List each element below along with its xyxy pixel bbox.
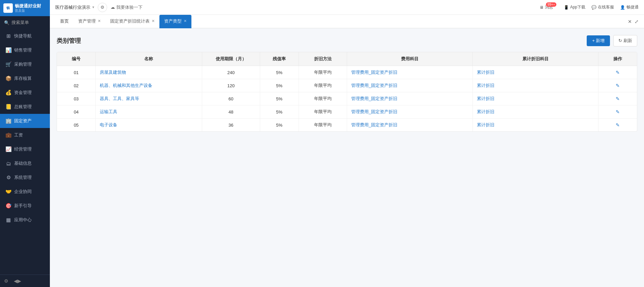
col-header-accumulated: 累计折旧科目 bbox=[472, 52, 598, 66]
page-actions: + 新增 ↻ 刷新 bbox=[587, 35, 637, 46]
cell-period: 36 bbox=[202, 119, 260, 132]
cell-name: 电子设备 bbox=[96, 119, 202, 132]
col-header-expense: 费用科目 bbox=[347, 52, 472, 66]
app-download-button[interactable]: 📱 App下载 bbox=[564, 4, 585, 10]
table-row: 01 房屋及建筑物 240 5% 年限平均 管理费用_固定资产折旧 累计折旧 ✎ bbox=[57, 66, 637, 79]
sidebar-item-operations[interactable]: 📈 经营管理 bbox=[0, 142, 50, 156]
tab-expand-icon[interactable]: ⤢ bbox=[635, 19, 639, 24]
new-button[interactable]: + 新增 bbox=[587, 35, 610, 46]
sidebar-item-purchase[interactable]: 🛒 采购管理 bbox=[0, 57, 50, 71]
topbar-settings-button[interactable]: ⚙ bbox=[98, 3, 107, 12]
ledger-icon: 📒 bbox=[5, 104, 11, 110]
col-header-residual: 残值率 bbox=[260, 52, 299, 66]
data-table-container: 编号 名称 使用期限（月） 残值率 折旧方法 费用科目 累计折旧科目 操作 01… bbox=[57, 52, 637, 132]
topbar-right: 🖥 消息 99++ 📱 App下载 💬 在线客服 👤 畅捷通 bbox=[540, 4, 639, 10]
app-center-icon: ▦ bbox=[5, 217, 11, 223]
sidebar-item-inventory[interactable]: 📦 库存核算 bbox=[0, 71, 50, 86]
cell-id: 03 bbox=[57, 92, 96, 105]
table-row: 04 运输工具 48 5% 年限平均 管理费用_固定资产折旧 累计折旧 ✎ bbox=[57, 105, 637, 119]
close-depreciation-icon[interactable]: ✕ bbox=[152, 19, 155, 23]
cell-method: 年限平均 bbox=[299, 105, 347, 119]
basic-info-icon: 🗂 bbox=[5, 161, 11, 166]
tab-asset-type[interactable]: 资产类型 ✕ bbox=[159, 15, 191, 28]
sidebar-item-capital[interactable]: 💰 资金管理 bbox=[0, 86, 50, 100]
sidebar-item-fixed-assets[interactable]: 🏢 固定资产 bbox=[0, 114, 50, 128]
message-icon: 🖥 bbox=[540, 5, 544, 10]
sidebar-item-guide[interactable]: 🎯 新手引导 bbox=[0, 199, 50, 213]
cell-expense: 管理费用_固定资产折旧 bbox=[347, 105, 472, 119]
cell-period: 60 bbox=[202, 92, 260, 105]
edit-icon[interactable]: ✎ bbox=[616, 70, 620, 75]
edit-icon[interactable]: ✎ bbox=[616, 122, 620, 128]
sidebar-item-quick-nav[interactable]: ⊞ 快捷导航 bbox=[0, 29, 50, 43]
close-asset-type-icon[interactable]: ✕ bbox=[184, 19, 187, 23]
cloud-icon: ☁ bbox=[111, 5, 115, 10]
main-area: 医疗器械行业演示 ▾ ⚙ ☁ 我要体验一下 🖥 消息 99++ 📱 App下载 bbox=[50, 0, 644, 287]
search-icon: 🔍 bbox=[4, 20, 9, 25]
col-header-name: 名称 bbox=[96, 52, 202, 66]
cell-accumulated: 累计折旧 bbox=[472, 92, 598, 105]
cell-action: ✎ bbox=[598, 79, 637, 92]
message-badge: 99++ bbox=[546, 2, 556, 7]
sidebar-item-basic-info[interactable]: 🗂 基础信息 bbox=[0, 156, 50, 170]
cell-accumulated: 累计折旧 bbox=[472, 79, 598, 92]
cell-accumulated: 累计折旧 bbox=[472, 119, 598, 132]
cell-id: 04 bbox=[57, 105, 96, 119]
edit-icon[interactable]: ✎ bbox=[616, 96, 620, 101]
cell-name: 机器、机械和其他生产设备 bbox=[96, 79, 202, 92]
tab-asset-mgmt[interactable]: 资产管理 ✕ bbox=[73, 15, 105, 28]
sidebar-item-system[interactable]: ⚙ 系统管理 bbox=[0, 170, 50, 185]
guide-icon: 🎯 bbox=[5, 203, 11, 209]
cell-period: 240 bbox=[202, 66, 260, 79]
cell-residual: 5% bbox=[260, 119, 299, 132]
table-row: 02 机器、机械和其他生产设备 120 5% 年限平均 管理费用_固定资产折旧 … bbox=[57, 79, 637, 92]
settings-bottom-icon[interactable]: ⚙ bbox=[4, 278, 8, 284]
inventory-icon: 📦 bbox=[5, 75, 11, 82]
trial-button[interactable]: ☁ 我要体验一下 bbox=[111, 4, 143, 10]
purchase-icon: 🛒 bbox=[5, 61, 11, 67]
cell-action: ✎ bbox=[598, 105, 637, 119]
refresh-button[interactable]: ↻ 刷新 bbox=[613, 35, 637, 46]
service-icon: 💬 bbox=[591, 5, 596, 10]
cell-period: 48 bbox=[202, 105, 260, 119]
sidebar-item-salary[interactable]: 💼 工资 bbox=[0, 128, 50, 142]
online-service-button[interactable]: 💬 在线客服 bbox=[591, 4, 614, 10]
collapse-icon[interactable]: ◀▶ bbox=[14, 278, 21, 284]
cell-period: 120 bbox=[202, 79, 260, 92]
cell-id: 05 bbox=[57, 119, 96, 132]
app-download-label: App下载 bbox=[570, 4, 585, 10]
cell-id: 02 bbox=[57, 79, 96, 92]
sidebar-item-enterprise[interactable]: 🤝 企业协同 bbox=[0, 185, 50, 199]
asset-type-table: 编号 名称 使用期限（月） 残值率 折旧方法 费用科目 累计折旧科目 操作 01… bbox=[57, 52, 637, 131]
tab-depreciation-table[interactable]: 固定资产折旧统计表 ✕ bbox=[105, 15, 159, 28]
page-title: 类别管理 bbox=[57, 37, 81, 45]
sidebar-item-sales[interactable]: 📊 销售管理 bbox=[0, 43, 50, 57]
tab-home[interactable]: 首页 bbox=[55, 15, 73, 28]
page-header: 类别管理 + 新增 ↻ 刷新 bbox=[57, 35, 637, 46]
app-logo: 畅 畅捷通好业财 普及版 bbox=[0, 0, 50, 16]
sidebar-item-ledger[interactable]: 📒 总账管理 bbox=[0, 100, 50, 114]
cell-name: 房屋及建筑物 bbox=[96, 66, 202, 79]
edit-icon[interactable]: ✎ bbox=[616, 83, 620, 88]
cell-accumulated: 累计折旧 bbox=[472, 66, 598, 79]
cell-id: 01 bbox=[57, 66, 96, 79]
edit-icon[interactable]: ✎ bbox=[616, 109, 620, 115]
user-avatar[interactable]: 👤 畅捷通 bbox=[620, 4, 639, 10]
cell-accumulated: 累计折旧 bbox=[472, 105, 598, 119]
cell-method: 年限平均 bbox=[299, 92, 347, 105]
company-selector[interactable]: 医疗器械行业演示 ▾ bbox=[55, 4, 94, 10]
tab-close-icon[interactable]: ✕ bbox=[628, 19, 632, 24]
logo-icon: 畅 bbox=[3, 3, 13, 13]
fixed-assets-icon: 🏢 bbox=[5, 118, 11, 124]
col-header-period: 使用期限（月） bbox=[202, 52, 260, 66]
message-button[interactable]: 🖥 消息 99++ bbox=[540, 4, 553, 10]
tabbar: 首页 资产管理 ✕ 固定资产折旧统计表 ✕ 资产类型 ✕ ✕ ⤢ bbox=[50, 15, 644, 28]
sidebar-item-app-center[interactable]: ▦ 应用中心 bbox=[0, 213, 50, 227]
search-menu[interactable]: 🔍 搜索菜单 bbox=[0, 16, 50, 29]
cell-expense: 管理费用_固定资产折旧 bbox=[347, 79, 472, 92]
close-asset-mgmt-icon[interactable]: ✕ bbox=[98, 19, 101, 23]
online-service-label: 在线客服 bbox=[598, 4, 614, 10]
topbar: 医疗器械行业演示 ▾ ⚙ ☁ 我要体验一下 🖥 消息 99++ 📱 App下载 bbox=[50, 0, 644, 15]
download-icon: 📱 bbox=[564, 5, 569, 10]
table-row: 05 电子设备 36 5% 年限平均 管理费用_固定资产折旧 累计折旧 ✎ bbox=[57, 119, 637, 132]
